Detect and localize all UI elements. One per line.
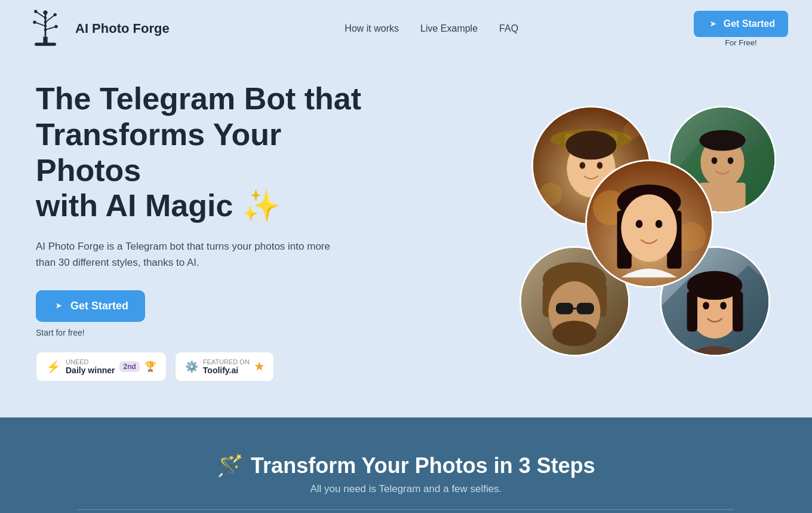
svg-point-29 bbox=[699, 130, 745, 151]
svg-point-21 bbox=[580, 162, 586, 169]
toolify-badge[interactable]: ⚙️ FEATURED ON Toolify.ai ★ bbox=[175, 352, 274, 382]
logo-icon bbox=[24, 7, 67, 50]
svg-point-46 bbox=[552, 321, 596, 346]
steps-icon: 🪄 bbox=[217, 453, 244, 478]
svg-point-57 bbox=[720, 302, 727, 310]
toolify-label-small: FEATURED ON bbox=[203, 358, 250, 365]
svg-point-15 bbox=[44, 29, 47, 32]
svg-point-23 bbox=[539, 183, 562, 206]
hero-telegram-icon: ➤ bbox=[53, 300, 64, 312]
uneed-label-main: Daily winner bbox=[66, 365, 115, 375]
steps-section: 🪄 Transform Your Photos in 3 Steps All y… bbox=[0, 417, 812, 513]
svg-line-4 bbox=[45, 15, 55, 23]
hero-badges: ⚡ UNEED Daily winner 2nd 🏆 ⚙️ FEATURED O… bbox=[36, 352, 394, 382]
svg-rect-47 bbox=[556, 303, 573, 314]
svg-rect-1 bbox=[35, 42, 56, 45]
svg-point-13 bbox=[44, 21, 47, 24]
svg-point-20 bbox=[565, 131, 616, 159]
nav-live-example[interactable]: Live Example bbox=[420, 23, 478, 34]
hero-free-text: Start for free! bbox=[36, 328, 394, 337]
nav-how-it-works[interactable]: How it works bbox=[345, 23, 399, 34]
svg-point-14 bbox=[44, 24, 47, 27]
svg-point-8 bbox=[34, 10, 37, 13]
uneed-text-block: UNEED Daily winner bbox=[66, 358, 115, 375]
hero-cta-label: Get Started bbox=[70, 300, 128, 312]
uneed-badge[interactable]: ⚡ UNEED Daily winner 2nd 🏆 bbox=[36, 352, 167, 382]
uneed-label-small: UNEED bbox=[66, 358, 115, 365]
steps-title: 🪄 Transform Your Photos in 3 Steps bbox=[217, 453, 595, 478]
steps-subtitle: All you need is Telegram and a few selfi… bbox=[24, 483, 788, 495]
svg-point-56 bbox=[703, 302, 709, 310]
svg-rect-48 bbox=[577, 303, 594, 314]
hero-title: The Telegram Bot that Transforms Your Ph… bbox=[36, 81, 394, 224]
hero-left: The Telegram Bot that Transforms Your Ph… bbox=[36, 81, 394, 382]
nav-get-started-button[interactable]: ➤ Get Started bbox=[694, 11, 788, 37]
svg-rect-55 bbox=[733, 291, 743, 332]
svg-rect-54 bbox=[687, 291, 697, 332]
svg-point-30 bbox=[712, 157, 718, 164]
steps-divider bbox=[78, 509, 734, 510]
nav-free-label: For Free! bbox=[725, 38, 756, 47]
svg-point-39 bbox=[636, 220, 643, 228]
hero-title-line3: with AI Magic ✨ bbox=[36, 188, 281, 223]
toolify-icon: ⚙️ bbox=[185, 360, 198, 373]
svg-point-11 bbox=[54, 25, 57, 28]
brand-name-text: AI Photo Forge bbox=[75, 21, 170, 36]
uneed-icon: ⚡ bbox=[46, 360, 61, 374]
telegram-icon: ➤ bbox=[707, 18, 719, 30]
svg-point-7 bbox=[43, 10, 47, 14]
steps-title-text: Transform Your Photos in 3 Steps bbox=[251, 453, 595, 478]
steps-header: 🪄 Transform Your Photos in 3 Steps All y… bbox=[24, 453, 788, 495]
svg-point-22 bbox=[597, 162, 603, 169]
hero-section: The Telegram Bot that Transforms Your Ph… bbox=[0, 57, 812, 417]
trophy-icon: 🏆 bbox=[144, 361, 156, 372]
svg-point-12 bbox=[44, 17, 47, 20]
uneed-badge-sub: 2nd bbox=[119, 361, 139, 372]
svg-point-24 bbox=[623, 122, 640, 140]
navbar: AI Photo Forge How it works Live Example… bbox=[0, 0, 812, 57]
nav-links: How it works Live Example FAQ bbox=[345, 23, 518, 34]
nav-faq[interactable]: FAQ bbox=[499, 23, 518, 34]
svg-line-5 bbox=[35, 22, 45, 26]
nav-cta-label: Get Started bbox=[724, 19, 775, 29]
hero-title-line1: The Telegram Bot that bbox=[36, 81, 361, 116]
hero-title-line2: Transforms Your Photos bbox=[36, 117, 281, 188]
photo-circle-3 bbox=[585, 159, 713, 288]
toolify-star-icon: ★ bbox=[254, 360, 264, 373]
svg-line-6 bbox=[45, 26, 56, 29]
toolify-text-block: FEATURED ON Toolify.ai bbox=[203, 358, 250, 375]
svg-point-38 bbox=[621, 195, 676, 262]
svg-point-9 bbox=[54, 13, 57, 16]
svg-point-31 bbox=[728, 157, 734, 164]
svg-point-10 bbox=[33, 21, 36, 24]
brand-logo-link[interactable]: AI Photo Forge bbox=[24, 7, 170, 50]
hero-get-started-button[interactable]: ➤ Get Started bbox=[36, 290, 145, 322]
toolify-label-main: Toolify.ai bbox=[203, 365, 238, 375]
svg-point-40 bbox=[656, 220, 663, 228]
hero-photo-grid bbox=[519, 106, 776, 357]
nav-cta-wrapper: ➤ Get Started For Free! bbox=[694, 11, 788, 47]
hero-subtitle: AI Photo Forge is a Telegram bot that tu… bbox=[36, 238, 346, 271]
